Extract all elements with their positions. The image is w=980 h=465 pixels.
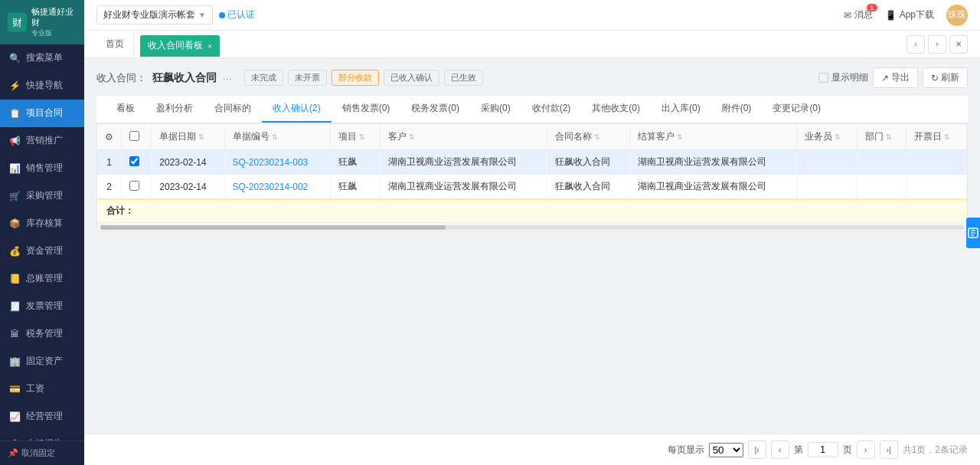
col-open-date-sort[interactable]: ⇅	[944, 133, 950, 141]
sub-tab-5[interactable]: 税务发票(0)	[400, 96, 470, 123]
row-select-0[interactable]	[129, 156, 139, 166]
col-salesperson-label: 业务员	[805, 130, 832, 143]
avatar: 珠珠	[946, 5, 968, 26]
col-project-sort[interactable]: ⇅	[359, 133, 365, 141]
col-salesperson-sort[interactable]: ⇅	[835, 133, 841, 141]
sub-tab-7[interactable]: 收付款(2)	[521, 96, 582, 123]
sub-tab-11[interactable]: 变更记录(0)	[762, 96, 831, 123]
status-tag-0[interactable]: 未完成	[244, 70, 283, 86]
company-name: 好业财专业版演示帐套	[103, 8, 195, 21]
tab-home[interactable]: 首页	[96, 31, 134, 57]
col-department-sort[interactable]: ⇅	[886, 133, 892, 141]
col-contract-sort[interactable]: ⇅	[594, 133, 600, 141]
sub-tab-8[interactable]: 其他收支(0)	[581, 96, 651, 123]
col-checkbox	[122, 124, 152, 150]
tab-close-icon[interactable]: ×	[207, 41, 212, 51]
sidebar-item-12[interactable]: 💳 工资	[0, 375, 84, 403]
sidebar-item-14[interactable]: 🔔 小畅报告	[0, 431, 84, 440]
export-button[interactable]: ↗ 导出	[873, 67, 918, 88]
row-date-1: 2023-02-14	[152, 175, 224, 199]
sidebar-pin-button[interactable]: 📌 取消固定	[0, 440, 84, 465]
sidebar-item-1[interactable]: ⚡ 快捷导航	[0, 72, 84, 100]
first-page-button[interactable]: |‹	[748, 440, 766, 459]
last-page-button[interactable]: ›|	[880, 440, 898, 459]
row-customer-0: 湖南卫视商业运营发展有限公司	[380, 150, 547, 175]
status-tag-1[interactable]: 未开票	[288, 70, 327, 86]
page-number-input[interactable]	[808, 442, 838, 457]
tab-next-button[interactable]: ›	[928, 35, 946, 54]
sidebar-item-4[interactable]: 📊 销售管理	[0, 155, 84, 182]
sidebar-item-3[interactable]: 📢 营销推广	[0, 127, 84, 155]
sidebar-item-7[interactable]: 💰 资金管理	[0, 237, 84, 265]
col-settings: ⚙	[97, 124, 122, 150]
sub-tab-4[interactable]: 销售发票(0)	[332, 96, 401, 123]
table-row[interactable]: 1 2023-02-14 SQ-20230214-003 狂飙 湖南卫视商业运营…	[97, 150, 967, 175]
tab-contract-board[interactable]: 收入合同看板 ×	[140, 35, 220, 57]
sidebar-item-11[interactable]: 🏢 固定资产	[0, 348, 84, 375]
refresh-button[interactable]: ↻ 刷新	[923, 67, 968, 88]
row-select-1[interactable]	[129, 181, 139, 191]
col-result-customer-sort[interactable]: ⇅	[677, 133, 683, 141]
per-page-select[interactable]: 50 20 100 200	[709, 443, 743, 457]
status-tag-4[interactable]: 已生效	[444, 70, 483, 86]
row-number-link-0[interactable]: SQ-20230214-003	[233, 157, 309, 168]
show-detail-checkbox[interactable]	[818, 73, 828, 83]
settings-icon[interactable]: ⚙	[105, 132, 113, 142]
table-footer: 合计：	[97, 199, 967, 222]
export-label: 导出	[891, 71, 910, 84]
sidebar-item-9[interactable]: 🧾 发票管理	[0, 293, 84, 320]
sidebar-item-13[interactable]: 📈 经营管理	[0, 403, 84, 431]
user-menu[interactable]: 珠珠	[946, 5, 968, 26]
download-icon: 📱	[885, 10, 897, 21]
tab-close-button[interactable]: ✕	[949, 35, 968, 54]
prev-page-button[interactable]: ‹	[771, 440, 789, 459]
status-tag-2[interactable]: 部分收款	[332, 70, 379, 86]
sub-tab-3[interactable]: 收入确认(2)	[262, 96, 332, 123]
row-checkbox-0[interactable]	[122, 150, 152, 175]
tab-prev-button[interactable]: ‹	[906, 35, 925, 54]
row-number-link-1[interactable]: SQ-20230214-002	[233, 182, 309, 192]
page-label-first: 第	[794, 444, 803, 457]
sidebar-item-6[interactable]: 📦 库存核算	[0, 210, 84, 237]
col-number-sort[interactable]: ⇅	[272, 133, 278, 141]
certified-badge: 已认证	[219, 8, 255, 21]
more-options-icon[interactable]: ···	[223, 72, 232, 84]
company-selector[interactable]: 好业财专业版演示帐套 ▼	[96, 5, 213, 25]
table-header-row: ⚙ 单据日期 ⇅ 单据编号	[97, 124, 967, 150]
sidebar-item-10[interactable]: 🏛 税务管理	[0, 320, 84, 348]
sub-tab-2[interactable]: 合同标的	[204, 96, 262, 123]
tab-navigation: ‹ › ✕	[906, 35, 968, 54]
sidebar-item-5[interactable]: 🛒 采购管理	[0, 182, 84, 210]
data-table: ⚙ 单据日期 ⇅ 单据编号	[97, 124, 967, 199]
horizontal-scrollbar[interactable]	[97, 222, 967, 231]
col-customer-sort[interactable]: ⇅	[409, 133, 415, 141]
show-detail-toggle[interactable]: 显示明细	[818, 67, 868, 88]
pagination: 每页显示 50 20 100 200 |‹ ‹ 第 页 › ›| 共1页，2条记…	[84, 434, 980, 465]
next-page-button[interactable]: ›	[857, 440, 875, 459]
per-page-label: 每页显示	[668, 444, 704, 457]
message-button[interactable]: ✉ 消息 1	[844, 8, 873, 21]
sidebar-item-8[interactable]: 📒 总账管理	[0, 265, 84, 293]
table-row[interactable]: 2 2023-02-14 SQ-20230214-002 狂飙 湖南卫视商业运营…	[97, 175, 967, 199]
sub-tab-0[interactable]: 看板	[106, 96, 145, 123]
sidebar-item-0[interactable]: 🔍 搜索菜单	[0, 44, 84, 72]
app-download-button[interactable]: 📱 App下载	[885, 8, 934, 21]
sub-tab-10[interactable]: 附件(0)	[711, 96, 763, 123]
col-number-label: 单据编号	[233, 130, 270, 143]
select-all-checkbox[interactable]	[129, 131, 139, 141]
nav-label-11: 固定资产	[26, 355, 63, 368]
sidebar-item-2[interactable]: 📋 项目合同	[0, 100, 84, 127]
sub-tab-6[interactable]: 采购(0)	[470, 96, 521, 123]
annotation-panel-button[interactable]	[966, 218, 968, 233]
status-tag-3[interactable]: 已收入确认	[384, 70, 439, 86]
sub-tab-9[interactable]: 出入库(0)	[651, 96, 711, 123]
app-name: 畅捷通好业财	[31, 6, 77, 28]
row-settings-1: 2	[97, 175, 122, 199]
sub-tab-1[interactable]: 盈利分析	[145, 96, 204, 123]
scrollbar-thumb[interactable]	[100, 225, 446, 230]
row-checkbox-1[interactable]	[122, 175, 152, 199]
col-date-sort[interactable]: ⇅	[198, 133, 204, 141]
nav-icon-11: 🏢	[8, 355, 21, 368]
scrollbar-track	[100, 225, 964, 230]
col-customer: 客户 ⇅	[380, 124, 547, 150]
